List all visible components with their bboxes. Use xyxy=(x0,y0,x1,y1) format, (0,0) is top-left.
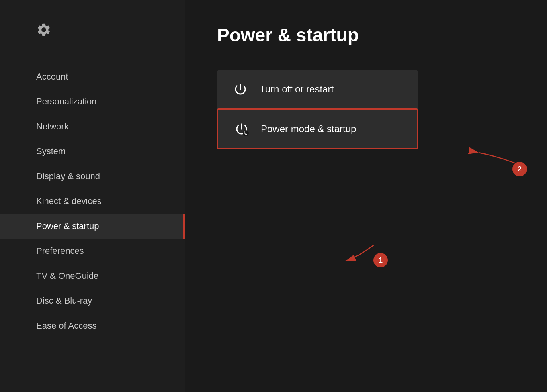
sidebar-item-disc-bluray[interactable]: Disc & Blu-ray xyxy=(0,288,185,313)
sidebar-item-tv-oneguide[interactable]: TV & OneGuide xyxy=(0,263,185,288)
sidebar-item-display-sound[interactable]: Display & sound xyxy=(0,164,185,189)
power-icon xyxy=(233,82,248,96)
sidebar-item-system[interactable]: System xyxy=(0,139,185,164)
power-settings-icon xyxy=(234,122,249,136)
settings-list: Turn off or restart Power mode & startup xyxy=(217,70,418,149)
main-content: Power & startup Turn off or restart Powe… xyxy=(185,0,547,392)
sidebar-item-kinect-devices[interactable]: Kinect & devices xyxy=(0,189,185,214)
annotation-2-container: 2 xyxy=(467,137,527,174)
badge-2: 2 xyxy=(512,162,527,176)
sidebar-item-network[interactable]: Network xyxy=(0,114,185,139)
annotation-1-container: 1 xyxy=(338,237,386,271)
badge-1: 1 xyxy=(373,253,388,267)
gear-icon xyxy=(36,22,51,39)
page-title: Power & startup xyxy=(217,24,515,46)
sidebar: Account Personalization Network System D… xyxy=(0,0,185,392)
power-mode-startup-item[interactable]: Power mode & startup xyxy=(217,108,418,149)
sidebar-item-power-startup[interactable]: Power & startup xyxy=(0,214,185,239)
turn-off-restart-item[interactable]: Turn off or restart xyxy=(217,70,418,109)
sidebar-navigation: Account Personalization Network System D… xyxy=(0,64,185,338)
sidebar-item-preferences[interactable]: Preferences xyxy=(0,239,185,263)
sidebar-item-account[interactable]: Account xyxy=(0,64,185,89)
power-mode-startup-label: Power mode & startup xyxy=(261,123,356,135)
svg-point-0 xyxy=(243,130,249,136)
turn-off-restart-label: Turn off or restart xyxy=(260,84,334,95)
sidebar-item-personalization[interactable]: Personalization xyxy=(0,89,185,114)
sidebar-item-ease-access[interactable]: Ease of Access xyxy=(0,313,185,338)
